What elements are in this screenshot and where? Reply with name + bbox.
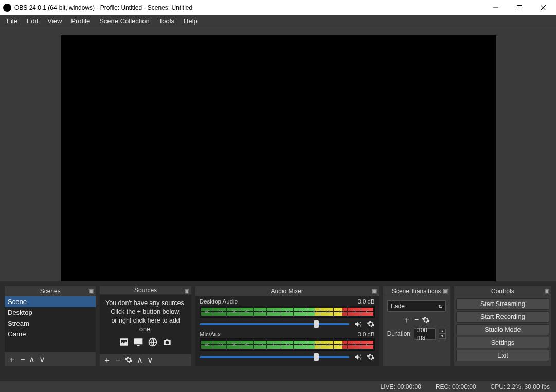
sources-empty-line: Click the + button below, bbox=[105, 308, 186, 316]
duration-input[interactable]: 300 ms bbox=[414, 328, 436, 340]
duration-label: Duration bbox=[387, 330, 410, 337]
scene-item[interactable]: Stream bbox=[5, 318, 96, 329]
scenes-dock: Scenes ▣ Scene Desktop Stream Game ＋ − ∧… bbox=[4, 286, 96, 367]
sources-empty-line: You don't have any sources. bbox=[105, 299, 186, 308]
move-scene-down-button[interactable]: ∨ bbox=[39, 355, 45, 364]
dock-popout-icon[interactable]: ▣ bbox=[372, 288, 377, 294]
move-source-down-button[interactable]: ∨ bbox=[147, 356, 153, 364]
status-live: LIVE: 00:00:00 bbox=[380, 383, 421, 390]
controls-dock: Controls ▣ Start Streaming Start Recordi… bbox=[454, 286, 552, 367]
volume-slider[interactable] bbox=[200, 356, 349, 358]
menu-edit[interactable]: Edit bbox=[22, 15, 43, 26]
display-source-icon bbox=[133, 337, 144, 350]
camera-source-icon bbox=[162, 337, 173, 350]
audio-mixer-dock: Audio Mixer ▣ Desktop Audio 0.0 dB -60-5… bbox=[195, 286, 380, 367]
duration-spinner[interactable]: ▴▾ bbox=[439, 329, 446, 339]
gear-icon[interactable] bbox=[367, 353, 375, 361]
sources-dock: Sources ▣ You don't have any sources. Cl… bbox=[99, 286, 191, 367]
add-scene-button[interactable]: ＋ bbox=[8, 355, 16, 364]
scene-list: Scene Desktop Stream Game bbox=[5, 296, 96, 340]
dock-popout-icon[interactable]: ▣ bbox=[184, 288, 189, 294]
controls-dock-title: Controls bbox=[491, 288, 514, 295]
sources-empty-message[interactable]: You don't have any sources. Click the + … bbox=[100, 295, 191, 353]
start-recording-button[interactable]: Start Recording bbox=[456, 311, 549, 323]
add-transition-button[interactable]: ＋ bbox=[403, 316, 411, 324]
audio-track: Mic/Aux 0.0 dB -60-55-50-45-40-35-30-25-… bbox=[200, 331, 375, 361]
transition-selected-label: Fade bbox=[391, 302, 405, 310]
menu-file[interactable]: File bbox=[2, 15, 22, 26]
move-scene-up-button[interactable]: ∧ bbox=[29, 355, 35, 364]
obs-app-icon bbox=[3, 4, 11, 12]
audio-meter: -60-55-50-45-40-35-30-25-20-15-10-50 bbox=[200, 338, 375, 351]
add-source-button[interactable]: ＋ bbox=[103, 356, 111, 364]
menu-tools[interactable]: Tools bbox=[154, 15, 179, 26]
speaker-icon[interactable] bbox=[353, 320, 363, 328]
scene-item[interactable]: Scene bbox=[5, 296, 96, 307]
menu-view[interactable]: View bbox=[43, 15, 66, 26]
exit-button[interactable]: Exit bbox=[456, 350, 549, 361]
volume-slider[interactable] bbox=[200, 323, 349, 325]
window-title: OBS 24.0.1 (64-bit, windows) - Profile: … bbox=[14, 4, 484, 11]
window-maximize-button[interactable] bbox=[508, 0, 531, 15]
scene-item[interactable]: Desktop bbox=[5, 307, 96, 318]
move-source-up-button[interactable]: ∧ bbox=[137, 356, 143, 364]
status-cpu: CPU: 2.2%, 30.00 fps bbox=[491, 383, 550, 390]
sources-empty-line: or right click here to add one. bbox=[105, 316, 186, 334]
audio-track: Desktop Audio 0.0 dB -60-55-50-45-40-35-… bbox=[200, 298, 375, 328]
menu-profile[interactable]: Profile bbox=[66, 15, 95, 26]
browser-source-icon bbox=[147, 337, 158, 350]
audio-meter: -60-55-50-45-40-35-30-25-20-15-10-50 bbox=[200, 306, 375, 318]
window-titlebar: OBS 24.0.1 (64-bit, windows) - Profile: … bbox=[0, 0, 556, 15]
dock-popout-icon[interactable]: ▣ bbox=[544, 288, 549, 294]
scene-transitions-dock: Scene Transitions ▣ Fade ⇅ ＋ − Duration … bbox=[383, 286, 451, 367]
remove-scene-button[interactable]: − bbox=[20, 355, 25, 364]
start-streaming-button[interactable]: Start Streaming bbox=[456, 298, 549, 310]
menu-scene-collection[interactable]: Scene Collection bbox=[95, 15, 154, 26]
transition-select[interactable]: Fade ⇅ bbox=[387, 300, 446, 312]
scenes-dock-title: Scenes bbox=[40, 288, 61, 295]
remove-transition-button[interactable]: − bbox=[414, 316, 419, 324]
gear-icon[interactable] bbox=[367, 320, 375, 328]
chevron-updown-icon: ⇅ bbox=[438, 304, 442, 309]
dock-popout-icon[interactable]: ▣ bbox=[88, 288, 94, 294]
svg-rect-0 bbox=[493, 7, 498, 8]
audio-track-name: Desktop Audio bbox=[200, 298, 238, 305]
menu-bar: File Edit View Profile Scene Collection … bbox=[0, 15, 556, 27]
window-minimize-button[interactable] bbox=[484, 0, 508, 15]
window-close-button[interactable] bbox=[531, 0, 555, 15]
transitions-dock-title: Scene Transitions bbox=[392, 288, 441, 295]
sources-dock-title: Sources bbox=[134, 287, 157, 294]
status-bar: LIVE: 00:00:00 REC: 00:00:00 CPU: 2.2%, … bbox=[0, 381, 556, 392]
speaker-icon[interactable] bbox=[353, 353, 363, 361]
gear-icon[interactable] bbox=[422, 316, 430, 324]
dock-popout-icon[interactable]: ▣ bbox=[443, 288, 448, 294]
preview-area bbox=[0, 27, 556, 281]
settings-button[interactable]: Settings bbox=[456, 337, 549, 348]
audio-track-name: Mic/Aux bbox=[200, 331, 221, 337]
status-rec: REC: 00:00:00 bbox=[436, 383, 476, 390]
image-source-icon bbox=[118, 337, 130, 350]
audio-track-level: 0.0 dB bbox=[357, 331, 374, 337]
scene-item[interactable]: Game bbox=[5, 329, 96, 340]
preview-canvas[interactable] bbox=[61, 35, 496, 281]
studio-mode-button[interactable]: Studio Mode bbox=[456, 324, 549, 335]
source-properties-button[interactable] bbox=[124, 355, 133, 365]
audio-track-level: 0.0 dB bbox=[357, 298, 374, 305]
mixer-dock-title: Audio Mixer bbox=[271, 288, 303, 295]
svg-rect-1 bbox=[517, 5, 522, 10]
remove-source-button[interactable]: − bbox=[115, 356, 120, 364]
menu-help[interactable]: Help bbox=[179, 15, 202, 26]
